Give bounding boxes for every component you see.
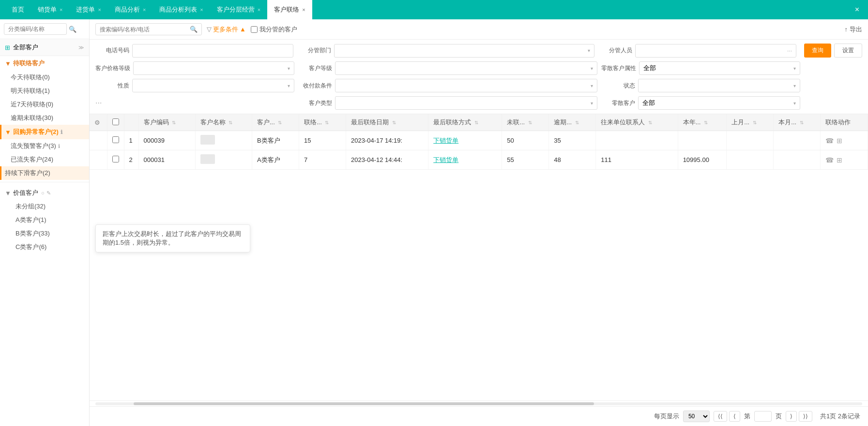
- more-action-icon-1[interactable]: ⊞: [837, 137, 842, 145]
- nav-sales-order[interactable]: 销货单 ×: [31, 0, 69, 19]
- nav-customer-contact-close[interactable]: ×: [302, 7, 305, 13]
- contact-icon-2[interactable]: ☎: [825, 156, 834, 164]
- filter-customer-type: 客户类型 ▾: [298, 96, 597, 110]
- edit-icon[interactable]: ✎: [46, 190, 51, 196]
- sort-uncontacted-icon[interactable]: ⇅: [528, 120, 532, 125]
- sidebar-item-loss-warning[interactable]: 流失预警客户(3) ℹ: [0, 139, 89, 153]
- sort-thismonth-icon[interactable]: ⇅: [800, 120, 804, 125]
- sidebar-item-overdue[interactable]: 逾期未联络(30): [0, 111, 89, 125]
- customer-grade-select[interactable]: ▾: [335, 61, 597, 75]
- th-unit-contact: 往来单位联系人 ⇅: [596, 114, 678, 131]
- more-conditions-button[interactable]: ▽ 更多条件 ▲: [207, 25, 246, 34]
- td-category-1: B类客户: [252, 131, 299, 150]
- sort-method-icon[interactable]: ⇅: [474, 120, 478, 125]
- my-customers-checkbox[interactable]: 我分管的客户: [251, 25, 297, 34]
- th-name: 客户名称 ⇅: [195, 114, 252, 131]
- row2-checkbox[interactable]: [112, 156, 119, 162]
- sidebar-item-declining[interactable]: 持续下滑客户(2): [0, 166, 89, 180]
- collapse-icon[interactable]: ≫: [78, 44, 84, 51]
- nav-product-analysis-close[interactable]: ×: [143, 7, 146, 13]
- more-action-icon-2[interactable]: ⊞: [837, 156, 842, 164]
- sort-unit-icon[interactable]: ⇅: [648, 120, 652, 125]
- th-last-month: 上月... ⇅: [727, 114, 774, 131]
- price-grade-select[interactable]: ▾: [133, 61, 294, 75]
- gender-select[interactable]: ▾: [132, 79, 294, 92]
- sort-name-icon[interactable]: ⇅: [228, 120, 232, 125]
- sort-contact-icon[interactable]: ⇅: [325, 120, 329, 125]
- window-close-button[interactable]: ×: [851, 5, 863, 14]
- settings-button[interactable]: 设置: [834, 44, 862, 58]
- th-code: 客户编码 ⇅: [138, 114, 195, 131]
- last-page-button[interactable]: ⟩⟩: [799, 411, 812, 422]
- td-last-method-1: 下销货单: [428, 131, 502, 150]
- sort-category-icon[interactable]: ⇅: [278, 120, 282, 125]
- scroll-thumb[interactable]: [134, 402, 594, 405]
- nav-purchase-order[interactable]: 进货单 ×: [69, 0, 107, 19]
- more-dots[interactable]: ···: [95, 99, 102, 107]
- page-unit: 页: [776, 412, 782, 421]
- my-customers-check[interactable]: [251, 26, 258, 33]
- status-select[interactable]: ▾: [638, 79, 800, 92]
- filter-price-grade: 客户价格等级 ▾: [95, 61, 294, 75]
- payment-select[interactable]: ▾: [335, 79, 597, 92]
- dept-select[interactable]: ▾: [334, 44, 594, 58]
- abnormal-repurchase-title[interactable]: ▼ 回购异常客户(2) ℹ: [0, 125, 89, 139]
- prev-page-button[interactable]: ⟨: [729, 411, 740, 422]
- sidebar-search-input[interactable]: [4, 23, 67, 35]
- main-layout: 🔍 ⊞ 全部客户 ≫ ▼ 待联络客户 今天待联络(0) 明天待联络(1): [0, 19, 868, 426]
- sidebar-item-tomorrow[interactable]: 明天待联络(1): [0, 84, 89, 98]
- horizontal-scrollbar[interactable]: [90, 400, 868, 406]
- nav-product-analysis-list[interactable]: 商品分析列表 ×: [152, 0, 210, 19]
- export-button[interactable]: ↑ 导出: [845, 25, 863, 34]
- select-all-checkbox[interactable]: [112, 118, 119, 125]
- retail-customer-select[interactable]: 全部 ▾: [638, 96, 800, 110]
- page-label: 第: [744, 412, 750, 421]
- page-input[interactable]: 1: [754, 411, 772, 422]
- value-customers-section: ▼ 价值客户 ○ ✎ 未分组(32) A类客户(1) B类客户(33) C类客户…: [0, 184, 89, 256]
- sidebar-item-ungroup[interactable]: 未分组(32): [5, 200, 84, 213]
- sidebar-item-class-b[interactable]: B类客户(33): [5, 227, 84, 240]
- sort-date-icon[interactable]: ⇅: [392, 120, 396, 125]
- sort-overdue-icon[interactable]: ⇅: [575, 120, 579, 125]
- contact-icon-1[interactable]: ☎: [825, 137, 834, 145]
- filter-row-3: 性质 ▾ 收付款条件 ▾ 状态: [95, 79, 862, 92]
- nav-sales-order-close[interactable]: ×: [60, 7, 62, 13]
- search-icon[interactable]: 🔍: [190, 26, 198, 33]
- per-page-select[interactable]: 50 100 200: [683, 411, 710, 422]
- sidebar-item-class-c[interactable]: C类客户(6): [5, 240, 84, 254]
- sidebar-item-lost[interactable]: 已流失客户(24): [0, 153, 89, 166]
- sidebar-item-today[interactable]: 今天待联络(0): [0, 71, 89, 84]
- nav-product-analysis[interactable]: 商品分析 ×: [108, 0, 152, 19]
- next-page-button[interactable]: ⟩: [786, 411, 797, 422]
- nav-product-analysis-list-close[interactable]: ×: [200, 7, 203, 13]
- sidebar-search-icon[interactable]: 🔍: [69, 26, 76, 33]
- value-customers-title[interactable]: ▼ 价值客户 ○ ✎: [5, 186, 84, 200]
- sidebar-item-7days[interactable]: 近7天待联络(0): [0, 98, 89, 111]
- sidebar: 🔍 ⊞ 全部客户 ≫ ▼ 待联络客户 今天待联络(0) 明天待联络(1): [0, 19, 90, 426]
- manager-select[interactable]: ···: [635, 44, 796, 58]
- sort-lastmonth-icon[interactable]: ⇅: [753, 120, 757, 125]
- sidebar-item-class-a[interactable]: A类客户(1): [5, 213, 84, 227]
- nav-home[interactable]: 首页: [5, 0, 31, 19]
- phone-input[interactable]: [132, 44, 293, 58]
- search-input[interactable]: [100, 26, 185, 33]
- sidebar-all-customers[interactable]: ⊞ 全部客户 ≫: [0, 39, 89, 56]
- gear-icon[interactable]: ⚙: [94, 119, 100, 126]
- filter-retail-attr: 零散客户属性 全部 ▾: [601, 61, 800, 75]
- query-button[interactable]: 查询: [804, 44, 831, 58]
- sort-code-icon[interactable]: ⇅: [172, 120, 176, 125]
- sort-year-icon[interactable]: ⇅: [704, 120, 708, 125]
- th-overdue: 逾期... ⇅: [549, 114, 596, 131]
- first-page-button[interactable]: ⟨⟨: [714, 411, 727, 422]
- td-overdue-2: 48: [549, 150, 596, 170]
- nav-customer-segment[interactable]: 客户分层经营 ×: [210, 0, 267, 19]
- action-icons-1: ☎ ⊞: [825, 137, 863, 145]
- nav-customer-segment-close[interactable]: ×: [258, 7, 260, 13]
- row1-checkbox[interactable]: [112, 136, 119, 143]
- customer-type-select[interactable]: ▾: [335, 96, 597, 110]
- pending-contact-title[interactable]: ▼ 待联络客户: [0, 56, 89, 71]
- retail-attr-select[interactable]: 全部 ▾: [639, 61, 800, 75]
- content-area: 🔍 ▽ 更多条件 ▲ 我分管的客户 ↑ 导出 电话号码: [90, 19, 868, 426]
- nav-purchase-order-close[interactable]: ×: [98, 7, 101, 13]
- nav-customer-contact[interactable]: 客户联络 ×: [267, 0, 312, 19]
